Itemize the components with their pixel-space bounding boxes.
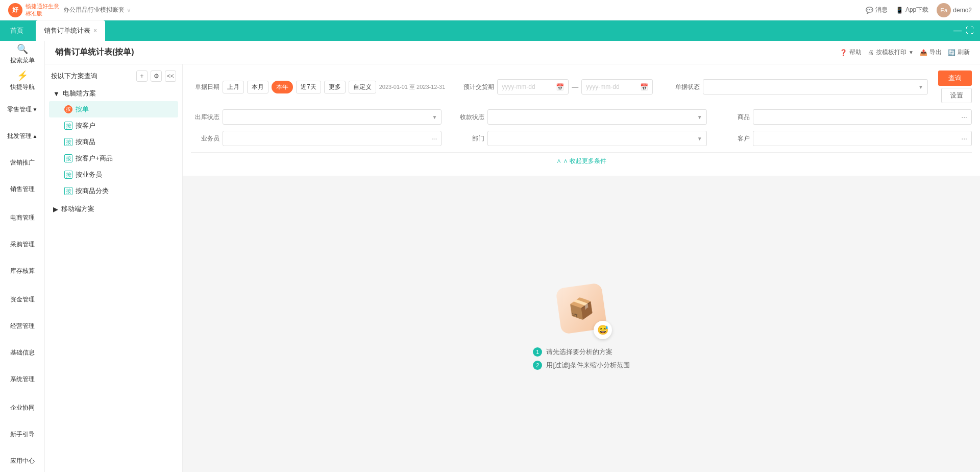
- top-bar-left: 好 畅捷通好生意 标准版 办公用品行业模拟账套 ∨: [8, 3, 131, 17]
- ship-status-select[interactable]: ▼: [223, 109, 442, 125]
- custom-btn[interactable]: 自定义: [349, 81, 376, 93]
- empty-illustration: 📦 😅: [551, 278, 612, 339]
- logo-icon: 好: [8, 3, 22, 17]
- tab-active[interactable]: 销售订单统计表 ×: [36, 20, 105, 41]
- sidebar-item-ecommerce[interactable]: 电商管理: [0, 204, 44, 231]
- customer-group: 客户 ···: [721, 131, 972, 146]
- hint-text-1: 请先选择要分析的方案: [546, 347, 612, 357]
- sidebar-item-search[interactable]: 🔍 搜索菜单: [0, 41, 44, 67]
- left-panel-title: 按以下方案查询: [51, 72, 97, 81]
- scheme-item-byyewuyuan[interactable]: 按 按业务员: [49, 167, 178, 183]
- goods-select[interactable]: ···: [753, 109, 972, 125]
- this-year-btn[interactable]: 本年: [272, 81, 293, 93]
- sidebar-item-purchase[interactable]: 采购管理: [0, 231, 44, 257]
- filter-row-2: 出库状态 ▼ 收款状态 ▼: [191, 109, 972, 125]
- minimize-icon[interactable]: —: [953, 26, 962, 35]
- order-status-select[interactable]: ▼: [703, 79, 928, 95]
- date-dash: —: [572, 83, 578, 91]
- collapse-bar[interactable]: ∧ ∧ 收起更多条件: [191, 152, 972, 170]
- ship-status-group: 出库状态 ▼: [191, 109, 442, 125]
- customer-select[interactable]: ···: [753, 131, 972, 146]
- sidebar-item-newuser[interactable]: 新手引导: [0, 421, 44, 447]
- order-status-group: 单据状态 ▼: [671, 79, 928, 95]
- scheme-section-mobile-header[interactable]: ▶ 移动端方案: [49, 201, 178, 217]
- collapse-panel-button[interactable]: <<: [165, 70, 176, 82]
- sidebar-item-appcenter[interactable]: 应用中心: [0, 447, 44, 472]
- help-action[interactable]: ❓ 帮助: [840, 48, 862, 57]
- settings-button[interactable]: 设置: [941, 88, 972, 103]
- scheme-icon-kehuo-shangpin: 按: [64, 154, 72, 162]
- goods-group: 商品 ···: [721, 109, 972, 125]
- sidebar-item-wholesale[interactable]: 批发管理 ▲: [0, 123, 44, 149]
- hint-text-2: 用[过滤]条件来缩小分析范围: [546, 361, 629, 370]
- scheme-list: ▼ 电脑端方案 按 按单 按 按客户 按 按商品: [45, 86, 182, 217]
- maximize-icon[interactable]: ⛶: [966, 26, 974, 35]
- left-panel-header: 按以下方案查询 + ⚙ <<: [45, 64, 182, 86]
- scheme-item-byshangpin[interactable]: 按 按商品: [49, 134, 178, 150]
- pay-status-label: 收款状态: [456, 113, 484, 122]
- salesperson-dots: ···: [431, 134, 437, 143]
- sidebar-item-retail[interactable]: 零售管理 ▼: [0, 96, 44, 123]
- expected-date-end[interactable]: yyyy-mm-dd 📅: [581, 79, 653, 95]
- scheme-item-bykehuo-shangpin[interactable]: 按 按客户+商品: [49, 150, 178, 167]
- salesperson-select[interactable]: ···: [223, 131, 442, 146]
- last-month-btn[interactable]: 上月: [223, 81, 244, 93]
- sidebar-item-enterprise[interactable]: 企业协同: [0, 394, 44, 421]
- app-label: App下载: [905, 6, 928, 14]
- page-header-actions: ❓ 帮助 🖨 按模板打印 ▼ 📤 导出 🔄 刷新: [840, 48, 970, 63]
- scheme-section-mobile: ▶ 移动端方案: [49, 201, 178, 217]
- tab-home[interactable]: 首页: [0, 20, 34, 41]
- expected-date-start[interactable]: yyyy-mm-dd 📅: [497, 79, 569, 95]
- pay-arrow: ▼: [697, 114, 702, 120]
- tab-bar: 首页 销售订单统计表 × — ⛶: [0, 20, 980, 41]
- refresh-action[interactable]: 🔄 刷新: [948, 48, 970, 57]
- query-button[interactable]: 查询: [938, 70, 972, 86]
- sidebar-item-sales[interactable]: 销售管理: [0, 176, 44, 202]
- logo-area: 好 畅捷通好生意 标准版: [8, 3, 59, 17]
- dept-select[interactable]: ▼: [487, 131, 706, 146]
- sidebar-item-operation[interactable]: 经营管理: [0, 313, 44, 339]
- date-range-text: 2023-01-01 至 2023-12-31: [379, 83, 446, 91]
- tab-close-icon[interactable]: ×: [93, 27, 97, 34]
- export-action[interactable]: 📤 导出: [920, 48, 942, 57]
- print-arrow-icon: ▼: [909, 50, 914, 55]
- sidebar-item-finance[interactable]: 资金管理: [0, 286, 44, 313]
- breadcrumb-area: 办公用品行业模拟账套 ∨: [63, 6, 131, 14]
- scheme-item-byshangpin-fenlei[interactable]: 按 按商品分类: [49, 183, 178, 199]
- add-scheme-button[interactable]: +: [136, 70, 148, 82]
- filter-row-1: 单据日期 上月 本月 本年 近7天 更多 自定义 2023-01-01 至 20…: [191, 70, 972, 103]
- more-btn[interactable]: 更多: [324, 81, 346, 93]
- print-action[interactable]: 🖨 按模板打印 ▼: [868, 48, 914, 57]
- scheme-item-bykehuo[interactable]: 按 按客户: [49, 117, 178, 134]
- goods-label: 商品: [721, 113, 750, 122]
- scheme-item-byjidan[interactable]: 按 按单: [49, 101, 178, 117]
- scheme-icon-byshangpin: 按: [64, 138, 72, 146]
- empty-face-icon: 😅: [594, 321, 612, 339]
- last7-btn[interactable]: 近7天: [296, 81, 321, 93]
- sidebar-item-marketing[interactable]: 营销推广: [0, 149, 44, 176]
- user-action[interactable]: Ea demo2: [937, 3, 972, 17]
- goods-dots: ···: [961, 113, 967, 121]
- page-header: 销售订单统计表(按单) ❓ 帮助 🖨 按模板打印 ▼ 📤 导出 🔄 刷新: [45, 41, 980, 64]
- refresh-icon: 🔄: [948, 49, 955, 56]
- sidebar-item-basic[interactable]: 基础信息: [0, 339, 44, 366]
- right-panel: 单据日期 上月 本月 本年 近7天 更多 自定义 2023-01-01 至 20…: [183, 64, 980, 472]
- scheme-icon-bykehuo: 按: [64, 122, 72, 130]
- pay-status-select[interactable]: ▼: [487, 109, 706, 125]
- section-arrow-icon: ▼: [53, 90, 60, 98]
- message-action[interactable]: 💬 消息: [866, 6, 888, 14]
- help-icon: ❓: [840, 49, 847, 56]
- collapse-label: ∧ 收起更多条件: [563, 157, 606, 164]
- empty-hint-2: 2 用[过滤]条件来缩小分析范围: [533, 361, 629, 370]
- mobile-section-label: 移动端方案: [61, 204, 94, 214]
- this-month-btn[interactable]: 本月: [247, 81, 268, 93]
- left-panel: 按以下方案查询 + ⚙ << ▼ 电脑端方案: [45, 64, 183, 472]
- settings-scheme-button[interactable]: ⚙: [151, 70, 162, 82]
- sidebar-item-system[interactable]: 系统管理: [0, 366, 44, 392]
- calendar-icon-1: 📅: [556, 83, 564, 91]
- app-download-action[interactable]: 📱 App下载: [896, 6, 928, 14]
- scheme-section-pc-header[interactable]: ▼ 电脑端方案: [49, 86, 178, 101]
- sidebar-item-inventory[interactable]: 库存核算: [0, 257, 44, 284]
- sidebar-item-quicknav[interactable]: ⚡ 快捷导航: [0, 67, 44, 94]
- left-panel-icons: + ⚙ <<: [136, 70, 176, 82]
